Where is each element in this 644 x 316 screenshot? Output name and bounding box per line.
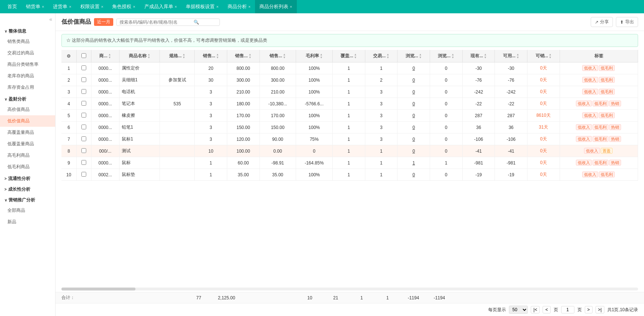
nav-close-icon[interactable]: × bbox=[216, 4, 218, 9]
last-page-button[interactable]: >| bbox=[596, 306, 604, 313]
sidebar-group-title[interactable]: >流通性分析 bbox=[0, 173, 55, 183]
tag-热销[interactable]: 热销 bbox=[609, 124, 621, 130]
select-all-checkbox[interactable] bbox=[81, 53, 86, 58]
tag-低收入[interactable]: 低收入 bbox=[576, 124, 592, 130]
nav-item-销货单[interactable]: 销货单× bbox=[21, 0, 48, 13]
th-checkbox[interactable] bbox=[76, 50, 91, 62]
th-sales2[interactable]: 销售...▲▼ bbox=[227, 50, 259, 62]
tag-低收入[interactable]: 低收入 bbox=[576, 101, 592, 106]
nav-item-产成品入库单[interactable]: 产成品入库单× bbox=[140, 0, 181, 13]
tag-热销[interactable]: 热销 bbox=[609, 101, 621, 106]
next-page-button[interactable]: > bbox=[585, 306, 593, 313]
settings-icon[interactable]: ⚙ bbox=[67, 54, 71, 59]
sidebar-collapse-button[interactable]: « bbox=[0, 13, 55, 25]
nav-close-icon[interactable]: × bbox=[42, 4, 44, 9]
tag-低毛利[interactable]: 低毛利 bbox=[599, 89, 615, 95]
tag-低收入[interactable]: 低收入 bbox=[582, 171, 598, 177]
filter-tag-button[interactable]: 近一月 bbox=[94, 18, 113, 26]
tag-置盈[interactable]: 置盈 bbox=[601, 148, 613, 154]
sidebar-group-title[interactable]: >成长性分析 bbox=[0, 183, 55, 194]
sidebar-item-新品[interactable]: 新品 bbox=[0, 216, 55, 228]
tag-低收入[interactable]: 低收入 bbox=[576, 136, 592, 142]
th-stock3[interactable]: 可销...▲▼ bbox=[527, 50, 560, 62]
table-container[interactable]: ⚙ 商...▲▼ 商品名称▲▼ 规格...▲▼ 销售...▲▼ 销售...▲▼ … bbox=[56, 50, 644, 286]
th-browse2[interactable]: 浏览...▲▼ bbox=[430, 50, 463, 62]
sidebar-item-交易过的商品[interactable]: 交易过的商品 bbox=[0, 47, 55, 59]
scrollbar-thumb[interactable] bbox=[61, 288, 135, 290]
sidebar-item-高毛利商品[interactable]: 高毛利商品 bbox=[0, 150, 55, 161]
sidebar-group-title[interactable]: ∨整体信息 bbox=[0, 25, 55, 36]
nav-close-icon[interactable]: × bbox=[101, 4, 103, 9]
th-spec[interactable]: 规格...▲▼ bbox=[160, 50, 195, 62]
th-settings[interactable]: ⚙ bbox=[61, 50, 76, 62]
nav-item-角色授权[interactable]: 角色授权× bbox=[108, 0, 140, 13]
tag-低毛利[interactable]: 低毛利 bbox=[599, 65, 615, 71]
sidebar-item-库存资金占用[interactable]: 库存资金占用 bbox=[0, 82, 55, 93]
page-size-select[interactable]: 50 100 bbox=[509, 306, 528, 314]
first-page-button[interactable]: |< bbox=[531, 306, 540, 313]
nav-item-商品分析列表[interactable]: 商品分析列表× bbox=[255, 0, 296, 13]
sidebar-item-低覆盖量商品[interactable]: 低覆盖量商品 bbox=[0, 138, 55, 150]
th-trade[interactable]: 交易...▲▼ bbox=[365, 50, 398, 62]
row-checkbox-cell[interactable] bbox=[76, 169, 91, 181]
tag-低毛利[interactable]: 低毛利 bbox=[599, 112, 615, 118]
nav-item-首页[interactable]: 首页 bbox=[3, 0, 21, 13]
nav-close-icon[interactable]: × bbox=[69, 4, 71, 9]
row-checkbox-cell[interactable] bbox=[76, 133, 91, 145]
sidebar-group-title[interactable]: ∨营销推广分析 bbox=[0, 194, 55, 205]
th-sales1[interactable]: 销售...▲▼ bbox=[195, 50, 227, 62]
nav-close-icon[interactable]: × bbox=[175, 4, 177, 9]
tag-热销[interactable]: 热销 bbox=[609, 160, 621, 166]
tag-低毛利[interactable]: 低毛利 bbox=[593, 136, 608, 142]
share-button[interactable]: ↗ 分享 bbox=[591, 17, 613, 27]
nav-close-icon[interactable]: × bbox=[248, 4, 251, 9]
tag-低收入[interactable]: 低收入 bbox=[582, 65, 598, 71]
tag-低收入[interactable]: 低收入 bbox=[576, 160, 592, 166]
horizontal-scrollbar[interactable] bbox=[61, 288, 638, 290]
nav-item-商品分析[interactable]: 商品分析× bbox=[223, 0, 255, 13]
sidebar-item-低价值商品[interactable]: 低价值商品 bbox=[0, 115, 55, 127]
tag-低毛利[interactable]: 低毛利 bbox=[599, 171, 615, 177]
sidebar-group-title[interactable]: ∨盈财分析 bbox=[0, 93, 55, 104]
th-stock1[interactable]: 现有...▲▼ bbox=[462, 50, 495, 62]
row-checkbox-cell[interactable] bbox=[76, 98, 91, 110]
sidebar-item-高价值商品[interactable]: 高价值商品 bbox=[0, 104, 55, 115]
sidebar-item-高覆盖量商品[interactable]: 高覆盖量商品 bbox=[0, 127, 55, 138]
sidebar-item-销售类商品[interactable]: 销售类商品 bbox=[0, 36, 55, 47]
nav-item-进货单[interactable]: 进货单× bbox=[48, 0, 76, 13]
tag-低收入[interactable]: 低收入 bbox=[582, 112, 598, 118]
tag-低毛利[interactable]: 低毛利 bbox=[593, 101, 608, 106]
row-checkbox-cell[interactable] bbox=[76, 62, 91, 74]
sidebar-item-全部商品[interactable]: 全部商品 bbox=[0, 205, 55, 216]
row-checkbox-cell[interactable] bbox=[76, 74, 91, 86]
export-button[interactable]: ⬆ 导出 bbox=[616, 17, 638, 27]
tag-低收入[interactable]: 低收入 bbox=[582, 89, 598, 95]
tag-低收入[interactable]: 低收入 bbox=[582, 77, 598, 83]
th-stock2[interactable]: 可用...▲▼ bbox=[495, 50, 527, 62]
th-sales3[interactable]: 销售...▲▼ bbox=[259, 50, 296, 62]
tag-热销[interactable]: 热销 bbox=[609, 136, 621, 142]
th-gross[interactable]: 毛利率▲▼ bbox=[296, 50, 332, 62]
sidebar-item-老库存的商品[interactable]: 老库存的商品 bbox=[0, 70, 55, 82]
sidebar-item-商品分类销售率[interactable]: 商品分类销售率 bbox=[0, 59, 55, 70]
sidebar-item-低毛利商品[interactable]: 低毛利商品 bbox=[0, 161, 55, 173]
th-code[interactable]: 商...▲▼ bbox=[91, 50, 120, 62]
page-number-input[interactable] bbox=[561, 306, 574, 313]
th-browse1[interactable]: 浏览...▲▼ bbox=[398, 50, 430, 62]
search-icon[interactable]: 🔍 bbox=[194, 20, 199, 25]
tag-低毛利[interactable]: 低毛利 bbox=[593, 124, 608, 130]
row-checkbox-cell[interactable] bbox=[76, 145, 91, 157]
nav-close-icon[interactable]: × bbox=[290, 4, 292, 9]
tag-低毛利[interactable]: 低毛利 bbox=[599, 77, 615, 83]
tag-低收入[interactable]: 低收入 bbox=[584, 148, 600, 154]
th-cover[interactable]: 覆盖...▲▼ bbox=[332, 50, 365, 62]
nav-item-权限设置[interactable]: 权限设置× bbox=[76, 0, 108, 13]
th-name[interactable]: 商品名称▲▼ bbox=[120, 50, 160, 62]
row-checkbox-cell[interactable] bbox=[76, 122, 91, 133]
search-input[interactable] bbox=[120, 20, 194, 25]
row-checkbox-cell[interactable] bbox=[76, 110, 91, 122]
prev-page-button[interactable]: < bbox=[543, 306, 550, 313]
row-checkbox-cell[interactable] bbox=[76, 157, 91, 169]
nav-close-icon[interactable]: × bbox=[133, 4, 135, 9]
nav-item-单据模板设置[interactable]: 单据模板设置× bbox=[181, 0, 223, 13]
